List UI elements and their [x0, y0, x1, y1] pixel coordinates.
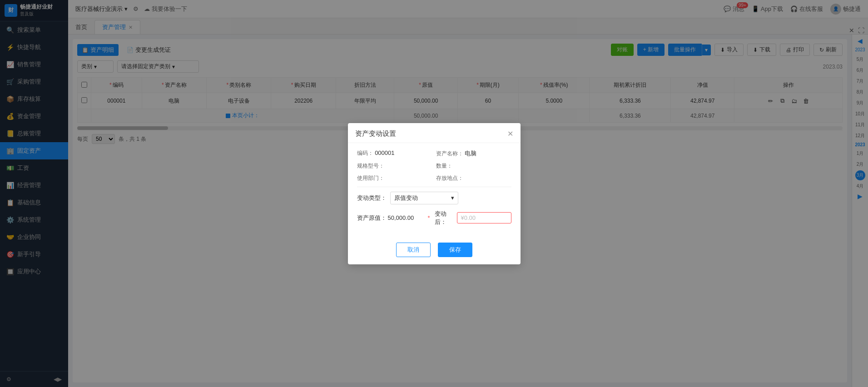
change-type-label: 变动类型：: [357, 194, 387, 202]
modal-title: 资产变动设置: [355, 129, 396, 138]
asset-change-modal: 资产变动设置 ✕ 编码： 000001 资产名称： 电脑 规格型号：: [348, 123, 521, 264]
original-value-value: 50,000.00: [388, 214, 424, 221]
modal-field-quantity: 数量：: [436, 162, 511, 170]
modal-field-dept: 使用部门：: [357, 174, 432, 182]
modal-header: 资产变动设置 ✕: [348, 123, 521, 143]
modal-footer: 取消 保存: [348, 238, 521, 264]
after-change-label: 变动后：: [435, 210, 451, 226]
change-type-value: 原值变动: [394, 194, 451, 202]
modal-body: 编码： 000001 资产名称： 电脑 规格型号： 数量：: [348, 143, 521, 238]
modal-row-dept-location: 使用部门： 存放地点：: [357, 174, 511, 182]
modal-field-location: 存放地点：: [436, 174, 511, 182]
modal-close-button[interactable]: ✕: [507, 129, 513, 138]
after-change-input[interactable]: [457, 212, 511, 223]
modal-value-row: 资产原值： 50,000.00 * 变动后：: [357, 210, 511, 226]
save-button[interactable]: 保存: [438, 243, 472, 257]
modal-row-spec-quantity: 规格型号： 数量：: [357, 162, 511, 170]
modal-field-code: 编码： 000001: [357, 149, 432, 158]
modal-row-code-name: 编码： 000001 资产名称： 电脑: [357, 149, 511, 158]
modal-field-spec: 规格型号：: [357, 162, 432, 170]
required-mark: *: [428, 214, 430, 221]
modal-change-type-row: 变动类型： 原值变动 ▾: [357, 192, 511, 204]
change-type-dropdown-icon: ▾: [451, 194, 454, 201]
modal-divider: [357, 187, 511, 187]
cancel-button[interactable]: 取消: [396, 243, 431, 257]
original-value-label: 资产原值：: [357, 214, 384, 222]
change-type-select[interactable]: 原值变动 ▾: [390, 192, 458, 204]
modal-field-name: 资产名称： 电脑: [436, 149, 511, 158]
modal-overlay: 资产变动设置 ✕ 编码： 000001 资产名称： 电脑 规格型号：: [0, 0, 868, 387]
